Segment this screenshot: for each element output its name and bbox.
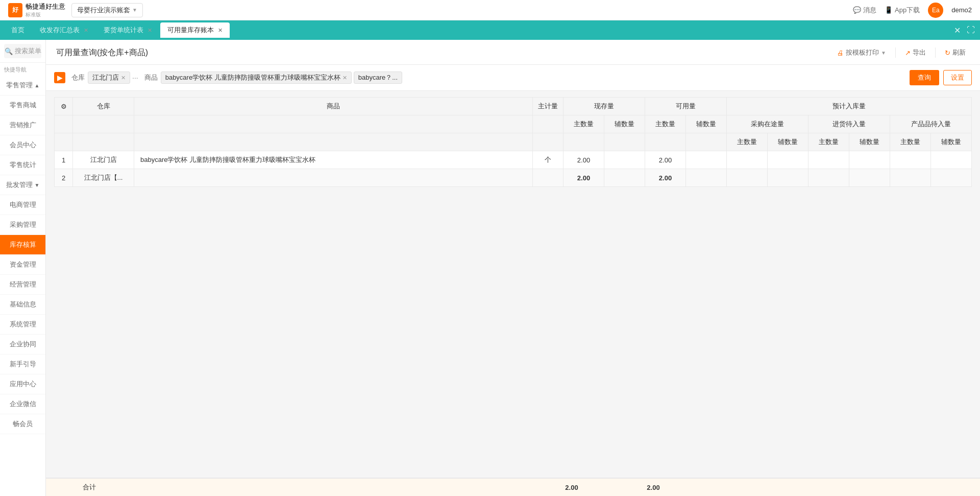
mobile-icon: 📱 (885, 6, 893, 14)
app-download-button[interactable]: 📱 App下载 (885, 6, 920, 15)
sidebar-item-retail-mgmt[interactable]: 零售管理 ▲ (0, 76, 45, 96)
print-button[interactable]: 🖨 按模板打印 ▼ (833, 46, 890, 59)
cell-goods-main-2 (808, 169, 849, 187)
sidebar-item-member[interactable]: 畅会员 (0, 414, 45, 434)
cell-stock-aux-2 (604, 169, 645, 187)
th-empty-r3-7 (645, 133, 686, 151)
remove-warehouse-tag-icon[interactable]: ✕ (121, 75, 126, 81)
close-all-tabs-icon[interactable]: ✕ (953, 25, 962, 36)
user-name: demo2 (951, 6, 972, 14)
fullscreen-icon[interactable]: ⛶ (966, 25, 976, 36)
th-empty-r3-8 (686, 133, 727, 151)
close-tab-order-stats[interactable]: ✕ (148, 27, 152, 34)
export-icon: ↗ (905, 49, 911, 57)
sidebar-item-member-center[interactable]: 会员中心 (0, 135, 45, 155)
sidebar-item-inventory-check[interactable]: 库存核算 (0, 235, 45, 255)
sidebar-item-wholesale-mgmt[interactable]: 批发管理 ▼ (0, 175, 45, 195)
data-table: ⚙ 仓库 商品 主计量 现存量 可用量 预计入库量 主数量 (54, 97, 972, 187)
th-empty-4 (533, 115, 564, 133)
sidebar-item-basic-info[interactable]: 基础信息 (0, 295, 45, 315)
footer-avail-main-total: 2.00 (633, 484, 674, 491)
cell-purchase-aux-1 (768, 151, 808, 169)
th-empty-1 (55, 115, 73, 133)
tab-home[interactable]: 首页 (4, 22, 32, 38)
close-tab-inventory[interactable]: ✕ (218, 27, 223, 34)
sidebar-item-marketing[interactable]: 营销推广 (0, 115, 45, 135)
sidebar-item-finance-mgmt[interactable]: 资金管理 (0, 255, 45, 275)
th-stock-aux: 辅数量 (604, 115, 645, 133)
th-planned-group: 预计入库量 (727, 98, 972, 115)
cell-goods-aux-2 (849, 169, 890, 187)
cell-stock-main-2: 2.00 (564, 169, 604, 187)
sidebar-item-app-center[interactable]: 应用中心 (0, 374, 45, 394)
close-tab-receivable[interactable]: ✕ (84, 27, 88, 34)
warehouse-tag-0: 江北门店 ✕ (88, 72, 130, 84)
refresh-button[interactable]: ↻ 刷新 (941, 46, 970, 59)
filter-toggle-button[interactable]: ▶ (54, 72, 65, 83)
th-stock-main: 主数量 (564, 115, 604, 133)
filter-bar: ▶ 仓库 江北门店 ✕ ··· 商品 babycare学饮杯 儿童防摔防撞吸管杯… (46, 65, 980, 91)
tab-receivable[interactable]: 收发存汇总表 ✕ (33, 22, 95, 38)
cell-product-2 (134, 169, 533, 187)
th-goods-aux: 辅数量 (849, 133, 890, 151)
refresh-icon: ↻ (945, 49, 950, 57)
th-empty-r3-2 (73, 133, 134, 151)
sidebar-item-retail-mall[interactable]: 零售商城 (0, 96, 45, 115)
chevron-down-icon: ▼ (132, 7, 137, 13)
page-actions: 🖨 按模板打印 ▼ ↗ 导出 ↻ 刷新 (833, 46, 970, 59)
warehouse-filter-group: 仓库 江北门店 ✕ ··· (71, 72, 138, 84)
th-product-main: 主数量 (890, 133, 931, 151)
sidebar-item-retail-stats[interactable]: 零售统计 (0, 155, 45, 175)
sidebar-item-enterprise-wechat[interactable]: 企业微信 (0, 394, 45, 414)
tab-order-stats[interactable]: 要货单统计表 ✕ (96, 22, 159, 38)
filter-actions: 查询 设置 (910, 70, 972, 85)
remove-product-tag-0-icon[interactable]: ✕ (342, 75, 347, 81)
message-button[interactable]: 💬 消息 (853, 6, 876, 15)
th-purchase-main: 主数量 (727, 133, 768, 151)
query-button[interactable]: 查询 (910, 70, 939, 85)
th-product-pending: 产品品待入量 (890, 115, 972, 133)
page-title: 可用量查询(按仓库+商品) (56, 48, 148, 58)
th-goods-main: 主数量 (808, 133, 849, 151)
sidebar-item-ops-mgmt[interactable]: 经营管理 (0, 275, 45, 295)
sidebar-item-sys-mgmt[interactable]: 系统管理 (0, 315, 45, 335)
account-selector[interactable]: 母婴行业演示账套 ▼ (71, 3, 143, 17)
th-stock-group: 现存量 (564, 98, 645, 115)
search-icon: 🔍 (5, 48, 13, 55)
logo-text: 畅捷通好生意 标准版 (26, 2, 65, 18)
cell-product-aux-2 (931, 169, 972, 187)
top-bar-right: 💬 消息 📱 App下载 Ea demo2 (853, 3, 972, 18)
export-button[interactable]: ↗ 导出 (901, 46, 930, 59)
cell-index-2: 2 (55, 169, 73, 187)
cell-index-1: 1 (55, 151, 73, 169)
cell-purchase-aux-2 (768, 169, 808, 187)
table-footer: 合计 2.00 2.00 (46, 478, 980, 496)
th-avail-main: 主数量 (645, 115, 686, 133)
th-empty-r3-6 (604, 133, 645, 151)
cell-avail-main-2: 2.00 (645, 169, 686, 187)
cell-warehouse-2: 江北门店【... (73, 169, 134, 187)
sidebar-item-enterprise-collab[interactable]: 企业协同 (0, 335, 45, 355)
settings-button[interactable]: 设置 (943, 70, 972, 85)
sidebar-item-new-guide[interactable]: 新手引导 (0, 355, 45, 374)
product-filter-tags: babycare学饮杯 儿童防摔防撞吸管杯重力球吸嘴杯宝宝水杯 ✕ babyca… (161, 72, 402, 84)
sidebar-item-purchase-mgmt[interactable]: 采购管理 (0, 215, 45, 235)
th-available-group: 可用量 (645, 98, 727, 115)
top-bar-left: 好 畅捷通好生意 标准版 母婴行业演示账套 ▼ (8, 2, 143, 18)
sidebar-item-ecommerce-mgmt[interactable]: 电商管理 (0, 195, 45, 215)
cell-product-aux-1 (931, 151, 972, 169)
search-menu-button[interactable]: 🔍 搜索菜单 (4, 44, 41, 58)
table-row: 1 江北门店 babycare学饮杯 儿童防摔防撞吸管杯重力球吸嘴杯宝宝水杯 个… (55, 151, 972, 169)
product-tag-1: babycare？... (354, 72, 402, 84)
th-product-aux: 辅数量 (931, 133, 972, 151)
filter-more-icon[interactable]: ··· (132, 74, 138, 82)
th-empty-r3-3 (134, 133, 533, 151)
page-header: 可用量查询(按仓库+商品) 🖨 按模板打印 ▼ ↗ 导出 ↻ 刷新 (46, 40, 980, 65)
logo-icon: 好 (8, 3, 22, 17)
tab-inventory[interactable]: 可用量库存账本 ✕ (160, 22, 230, 38)
tab-bar-right: ✕ ⛶ (953, 25, 976, 36)
warehouse-filter-tags: 江北门店 ✕ ··· (88, 72, 138, 84)
th-empty-r3-1 (55, 133, 73, 151)
cell-purchase-main-2 (727, 169, 768, 187)
th-settings: ⚙ (55, 98, 73, 115)
